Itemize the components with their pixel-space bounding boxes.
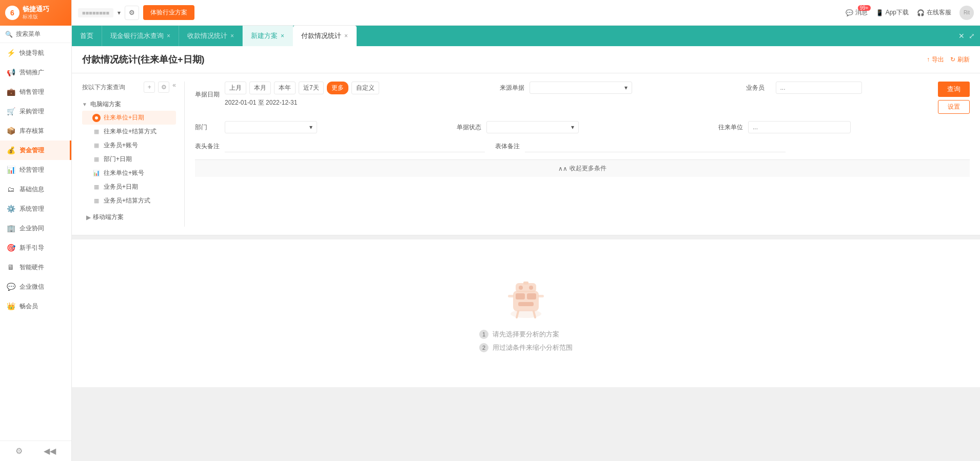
trial-btn[interactable]: 体验行业方案 [143, 5, 194, 20]
scheme-desktop-header[interactable]: ▼ 电脑端方案 [82, 98, 176, 111]
scheme-mobile-category: ▶ 移动端方案 [82, 211, 176, 224]
scheme-item-icon-4: 📊 [92, 169, 101, 177]
sidebar-item-label-member: 畅会员 [19, 302, 38, 311]
tab-payment-stats-close[interactable]: × [344, 32, 348, 39]
date-btn-7days[interactable]: 近7天 [299, 82, 324, 94]
tab-home[interactable]: 首页 [72, 26, 102, 46]
empty-robot-illustration [500, 270, 552, 322]
sidebar-item-system[interactable]: ⚙️系统管理 [0, 199, 71, 218]
scheme-mobile-label: 移动端方案 [93, 213, 124, 222]
search-icon: 🔍 [5, 31, 13, 38]
sidebar-item-quick-nav[interactable]: ⚡快捷导航 [0, 43, 71, 63]
scheme-desktop-arrow: ▼ [82, 102, 87, 107]
sidebar-item-guide[interactable]: 🎯新手引导 [0, 238, 71, 257]
tab-receipt-stats-close[interactable]: × [230, 32, 234, 39]
salesman-input[interactable] [776, 82, 862, 94]
scheme-item-0[interactable]: 往来单位+日期 [82, 111, 176, 125]
date-range-value: 2022-01-01 至 2022-12-31 [225, 98, 297, 107]
scheme-item-3[interactable]: ▦部门+日期 [82, 152, 176, 166]
partner-input[interactable] [748, 121, 851, 133]
tabbar-close-all-btn[interactable]: ✕ [958, 32, 965, 40]
scheme-item-icon-2: ▦ [92, 142, 101, 150]
refresh-icon: ↻ [950, 56, 955, 63]
scheme-item-6[interactable]: ▦业务员+结算方式 [82, 194, 176, 208]
tab-receipt-stats[interactable]: 收款情况统计 × [179, 26, 243, 46]
date-btn-this-month[interactable]: 本月 [249, 82, 271, 94]
scheme-item-2[interactable]: ▦业务员+账号 [82, 138, 176, 152]
sidebar-item-enterprise[interactable]: 🏢企业协同 [0, 218, 71, 238]
status-label: 单据状态 [457, 123, 482, 132]
sidebar-item-label-system: 系统管理 [19, 205, 44, 213]
status-select[interactable]: ▾ [486, 121, 579, 133]
svg-point-6 [519, 286, 523, 290]
tab-new-scheme-close[interactable]: × [281, 32, 284, 39]
sidebar-item-inventory[interactable]: 📦库存核算 [0, 121, 71, 141]
tab-bank-flow[interactable]: 现金银行流水查询 × [102, 26, 179, 46]
date-btn-this-year[interactable]: 本年 [274, 82, 296, 94]
header-note-label: 表头备注 [195, 142, 221, 151]
online-service-btn[interactable]: 🎧 在线客服 [917, 8, 951, 17]
dept-select[interactable]: ▾ [225, 121, 317, 133]
sidebar-item-label-wechat: 企业微信 [19, 283, 44, 291]
sidebar-item-icon-enterprise: 🏢 [6, 224, 15, 233]
scheme-mobile-header[interactable]: ▶ 移动端方案 [82, 211, 176, 224]
query-btn[interactable]: 查询 [938, 82, 970, 97]
topbar-dropdown-btn[interactable]: ▾ [117, 9, 121, 16]
scheme-item-5[interactable]: ▦业务员+日期 [82, 180, 176, 194]
hint-text-1: 请先选择要分析的方案 [493, 330, 559, 339]
sidebar-item-hardware[interactable]: 🖥智能硬件 [0, 257, 71, 277]
hint-num-1: 1 [479, 330, 488, 339]
date-btn-custom[interactable]: 自定义 [351, 82, 379, 94]
sidebar-item-wechat[interactable]: 💬企业微信 [0, 277, 71, 296]
hint-num-2: 2 [479, 343, 488, 352]
sidebar-item-capital[interactable]: 💰资金管理 [0, 141, 71, 160]
scheme-item-1[interactable]: ▦往来单位+结算方式 [82, 125, 176, 138]
user-avatar[interactable]: Rit [959, 6, 974, 20]
sidebar-settings-btn[interactable]: ⚙ [15, 446, 23, 456]
sidebar-item-label-hardware: 智能硬件 [19, 263, 44, 272]
source-select[interactable]: ▾ [530, 82, 632, 94]
date-btn-last-month[interactable]: 上月 [225, 82, 246, 94]
source-dropdown-icon: ▾ [624, 84, 628, 91]
search-menu[interactable]: 🔍 搜索菜单 [0, 26, 71, 43]
scheme-item-4[interactable]: 📊往来单位+账号 [82, 166, 176, 180]
topbar-settings-btn[interactable]: ⚙ [125, 6, 139, 20]
tab-payment-stats-label: 付款情况统计 [301, 31, 341, 41]
sidebar-item-operation[interactable]: 📊经营管理 [0, 160, 71, 179]
collapse-more-btn[interactable]: ∧∧ 收起更多条件 [195, 159, 970, 177]
hint-text-2: 用过滤条件来缩小分析范围 [493, 343, 573, 352]
filter-dept-field: 部门 ▾ [195, 121, 446, 133]
scheme-item-label-3: 部门+日期 [104, 155, 132, 164]
scheme-collapse-btn[interactable]: « [172, 82, 176, 93]
tab-bank-flow-close[interactable]: × [167, 32, 170, 39]
filter-body-note-field: 表体备注 [495, 141, 785, 152]
scheme-settings-btn[interactable]: ⚙ [158, 82, 169, 93]
date-btn-more[interactable]: 更多 [327, 82, 348, 94]
sidebar-collapse-btn[interactable]: ◀◀ [44, 446, 56, 456]
filter-salesman-field: 业务员 [746, 82, 923, 94]
sidebar-item-member[interactable]: 👑畅会员 [0, 296, 71, 316]
tabbar-maximize-btn[interactable]: ⤢ [969, 32, 975, 40]
messages-badge: 99+ [858, 5, 871, 11]
scheme-item-icon-6: ▦ [92, 197, 101, 205]
filter-row-1: 单据日期 上月 本月 本年 近7天 更多 自定义 2022- [195, 82, 970, 114]
sidebar-item-sales[interactable]: 💼销售管理 [0, 82, 71, 102]
scheme-desktop-label: 电脑端方案 [90, 100, 121, 109]
messages-btn[interactable]: 💬 消息 99+ [846, 8, 868, 17]
tab-new-scheme[interactable]: 新建方案 × [243, 26, 293, 46]
tabbar-actions: ✕ ⤢ [953, 32, 980, 40]
scheme-add-btn[interactable]: + [144, 82, 155, 93]
export-btn[interactable]: ↑ 导出 [927, 55, 944, 64]
svg-rect-8 [523, 282, 528, 285]
refresh-btn[interactable]: ↻ 刷新 [950, 55, 970, 64]
filter-panel: 单据日期 上月 本月 本年 近7天 更多 自定义 2022- [185, 82, 970, 227]
sidebar-item-base-info[interactable]: 🗂基础信息 [0, 179, 71, 199]
sidebar-item-purchase[interactable]: 🛒采购管理 [0, 102, 71, 121]
body-note-input[interactable] [525, 141, 785, 152]
header-note-input[interactable] [225, 141, 485, 152]
tab-payment-stats[interactable]: 付款情况统计 × [293, 26, 357, 46]
salesman-label: 业务员 [746, 84, 772, 92]
filter-settings-btn[interactable]: 设置 [938, 100, 970, 114]
sidebar-item-marketing[interactable]: 📢营销推广 [0, 63, 71, 82]
app-download-btn[interactable]: 📱 App下载 [876, 8, 909, 17]
